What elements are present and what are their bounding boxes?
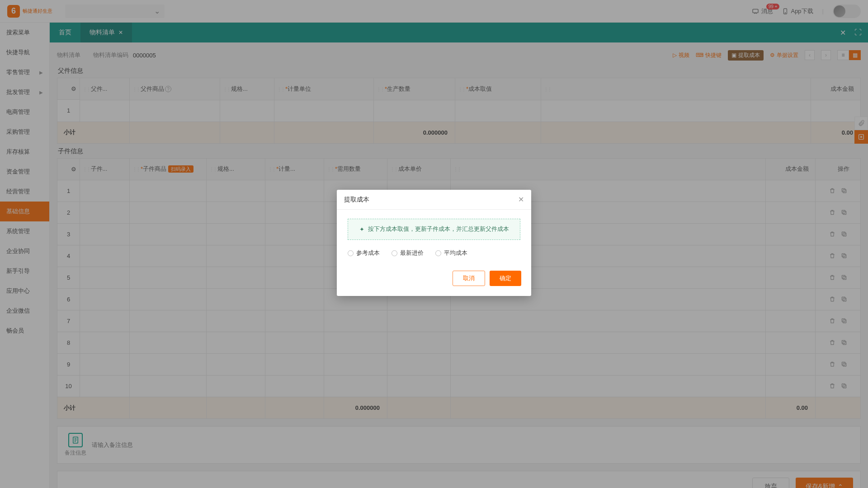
radio-reference-cost[interactable]: 参考成本 <box>348 249 380 257</box>
modal-header: 提取成本 ✕ <box>337 190 531 210</box>
radio-icon <box>435 250 441 256</box>
close-icon[interactable]: ✕ <box>518 195 524 204</box>
modal-hint: ✦ 按下方成本取值，更新子件成本，并汇总更新父件成本 <box>348 219 520 240</box>
modal-title: 提取成本 <box>344 196 369 204</box>
confirm-button[interactable]: 确定 <box>490 271 521 286</box>
modal-footer: 取消 确定 <box>337 263 531 296</box>
modal-hint-text: 按下方成本取值，更新子件成本，并汇总更新父件成本 <box>368 225 509 233</box>
modal-body: ✦ 按下方成本取值，更新子件成本，并汇总更新父件成本 参考成本 最新进价 平均成… <box>337 210 531 263</box>
cost-mode-radio-group: 参考成本 最新进价 平均成本 <box>348 249 520 257</box>
cancel-button[interactable]: 取消 <box>453 271 485 286</box>
radio-icon <box>392 250 397 256</box>
lightbulb-icon: ✦ <box>359 226 364 233</box>
radio-average-cost[interactable]: 平均成本 <box>435 249 467 257</box>
modal-overlay: 提取成本 ✕ ✦ 按下方成本取值，更新子件成本，并汇总更新父件成本 参考成本 最… <box>0 0 868 488</box>
radio-icon <box>348 250 354 256</box>
extract-cost-modal: 提取成本 ✕ ✦ 按下方成本取值，更新子件成本，并汇总更新父件成本 参考成本 最… <box>337 190 531 296</box>
radio-latest-purchase[interactable]: 最新进价 <box>392 249 424 257</box>
